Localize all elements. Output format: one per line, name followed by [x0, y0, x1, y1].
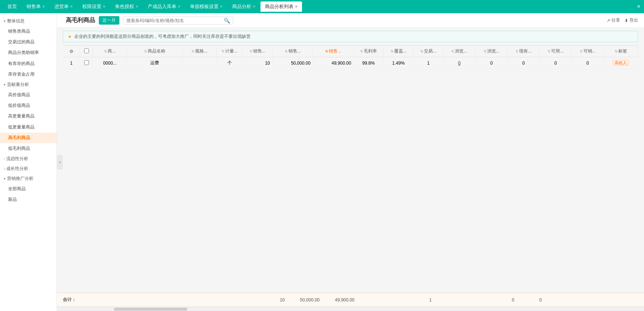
cell-browse1[interactable]: 0 [443, 57, 475, 69]
col-current-stock[interactable]: ⇅现有... [507, 46, 539, 57]
cell-available: 0 [540, 57, 572, 69]
sidebar-item-high-margin[interactable]: 高毛利商品 [0, 133, 57, 143]
sidebar-item-high-value[interactable]: 高价值商品 [0, 90, 57, 100]
info-banner: ✦ 企业的主要的利润都是这部分商品创造的，可考虑加大推广，同时关注库存是不要出现… [63, 31, 638, 42]
sidebar-item-traded-goods[interactable]: 交易过的商品 [0, 37, 57, 47]
tab-sales-order[interactable]: 销售单 × [22, 1, 49, 12]
sidebar: ▾ 整体信息 销售类商品 交易过的商品 商品分类助销率 有库存的商品 库存资金占… [0, 13, 57, 311]
cell-index: 1 [63, 57, 80, 69]
col-gross-margin[interactable]: ⇅毛利率 [353, 46, 383, 57]
footer-sales-qty: 10 [261, 297, 287, 303]
close-icon[interactable]: × [220, 4, 223, 9]
col-browse2[interactable]: ⇅浏览... [475, 46, 507, 57]
sidebar-item-new-goods[interactable]: 新品 [0, 194, 57, 205]
close-icon[interactable]: × [136, 4, 138, 9]
cell-saleable: 0 [572, 57, 604, 69]
footer-bar: 合计： 10 50,000.00 49,900.00 1 0 0 [57, 293, 644, 307]
tab-product-analysis[interactable]: 商品分析 × [228, 1, 260, 12]
search-icon[interactable]: 🔍 [224, 18, 230, 23]
close-icon[interactable]: × [178, 4, 180, 9]
sidebar-item-inventory-capital[interactable]: 库存资金占用 [0, 69, 57, 80]
info-icon: ✦ [68, 34, 72, 40]
tab-home[interactable]: 首页 [3, 1, 21, 12]
col-checkbox[interactable] [80, 46, 93, 57]
window-close-icon[interactable]: × [637, 3, 640, 10]
col-saleable[interactable]: ⇅可销... [572, 46, 604, 57]
close-icon[interactable]: × [295, 4, 298, 9]
sidebar-item-stocked-goods[interactable]: 有库存的商品 [0, 58, 57, 69]
cell-transaction: 1 [413, 57, 443, 69]
col-transaction[interactable]: ⇅交易... [413, 46, 443, 57]
col-browse1[interactable]: ⇅浏览... [443, 46, 475, 57]
footer-empty9 [434, 297, 461, 303]
share-button[interactable]: ↗ 分享 [607, 17, 620, 23]
cell-tag: 高收入 [604, 57, 638, 69]
col-settings[interactable]: ⚙ [63, 46, 80, 57]
footer-empty3 [133, 297, 162, 303]
sidebar-group-overview[interactable]: ▾ 整体信息 [0, 16, 57, 26]
export-button[interactable]: ⬇ 导出 [625, 17, 638, 23]
horizontal-scrollbar[interactable] [57, 307, 644, 311]
sidebar-item-low-value[interactable]: 低价值商品 [0, 100, 57, 111]
footer-empty1 [107, 297, 122, 303]
cell-sales-amount: 50,000.00 [272, 57, 313, 69]
header-actions: ↗ 分享 ⬇ 导出 [607, 17, 638, 23]
tab-finished-goods[interactable]: 产成品入库单 × [143, 1, 185, 12]
sidebar-item-all-goods[interactable]: 全部商品 [0, 184, 57, 194]
col-code[interactable]: ⇅商... [93, 46, 127, 57]
col-sales-profit[interactable]: ⇅销售... [313, 46, 354, 57]
sidebar-group-growth[interactable]: › 成长性分析 [0, 164, 57, 174]
footer-empty10 [461, 297, 489, 303]
sidebar-group-marketing[interactable]: ▾ 营销推广分析 [0, 174, 57, 184]
tab-purchase-order[interactable]: 进货单 × [50, 1, 77, 12]
cell-code[interactable]: 0000... [93, 57, 127, 69]
footer-available: 0 [517, 297, 544, 303]
time-filter-button[interactable]: 近一月 [99, 16, 119, 25]
sidebar-group-trend[interactable]: › 流趋性分析 [0, 154, 57, 164]
tab-product-analysis-list[interactable]: 商品分析列表 × [260, 1, 302, 12]
sidebar-item-high-turnover[interactable]: 高更量量商品 [0, 111, 57, 122]
col-sales-qty[interactable]: ⇅销售... [242, 46, 272, 57]
close-icon[interactable]: × [103, 4, 105, 9]
col-tag[interactable]: ⇅标签 [604, 46, 638, 57]
select-all-checkbox[interactable] [84, 48, 89, 53]
cell-gross-margin: 99.8% [353, 57, 383, 69]
cell-checkbox[interactable] [80, 57, 93, 69]
tab-role-auth[interactable]: 角色授权 × [111, 1, 143, 12]
tab-permission-settings[interactable]: 权限设置 × [78, 1, 110, 12]
sidebar-collapse-button[interactable]: « [57, 155, 63, 170]
sidebar-item-sales-goods[interactable]: 销售类商品 [0, 26, 57, 37]
search-input[interactable] [126, 18, 224, 23]
row-checkbox[interactable] [84, 60, 89, 65]
close-icon[interactable]: × [70, 4, 73, 9]
cell-sales-qty: 10 [242, 57, 272, 69]
tab-template-settings[interactable]: 单据模板设置 × [186, 1, 227, 12]
col-spec[interactable]: ⇅规格... [183, 46, 217, 57]
chevron-right-icon: › [4, 157, 5, 161]
chevron-right-icon: › [4, 167, 5, 171]
footer-empty2 [122, 297, 133, 303]
main-layout: ▾ 整体信息 销售类商品 交易过的商品 商品分类助销率 有库存的商品 库存资金占… [0, 13, 644, 311]
close-icon[interactable]: × [253, 4, 255, 9]
data-table: ⚙ ⇅商... ⇅商品名称 ⇅规格... ⇅计量... ⇅销售... ⇅销售..… [63, 45, 638, 69]
col-available[interactable]: ⇅可用... [540, 46, 572, 57]
col-sales-amount[interactable]: ⇅销售... [272, 46, 313, 57]
tag-badge: 高收入 [612, 60, 629, 66]
page-title: 高毛利商品 [66, 17, 95, 24]
sidebar-item-low-margin[interactable]: 低毛利商品 [0, 143, 57, 154]
chevron-down-icon: ▾ [4, 19, 6, 23]
content-area: « 高毛利商品 近一月 🔍 ↗ 分享 ⬇ 导出 [57, 13, 644, 311]
share-icon: ↗ [607, 18, 610, 23]
table-wrapper: ⚙ ⇅商... ⇅商品名称 ⇅规格... ⇅计量... ⇅销售... ⇅销售..… [63, 45, 638, 293]
chevron-down-icon: ▾ [4, 83, 6, 87]
cell-spec [183, 57, 217, 69]
col-name[interactable]: ⇅商品名称 [127, 46, 183, 57]
col-unit[interactable]: ⇅计量... [217, 46, 242, 57]
content-header: 高毛利商品 近一月 🔍 ↗ 分享 ⬇ 导出 [57, 13, 644, 28]
col-coverage[interactable]: ⇅覆盖... [384, 46, 413, 57]
close-icon[interactable]: × [42, 4, 45, 9]
sidebar-group-contribution[interactable]: ▾ 贡献量分析 [0, 80, 57, 90]
scrollbar-thumb[interactable] [114, 308, 187, 311]
sidebar-item-category-rate[interactable]: 商品分类助销率 [0, 47, 57, 58]
sidebar-item-low-turnover[interactable]: 低更量量商品 [0, 122, 57, 133]
